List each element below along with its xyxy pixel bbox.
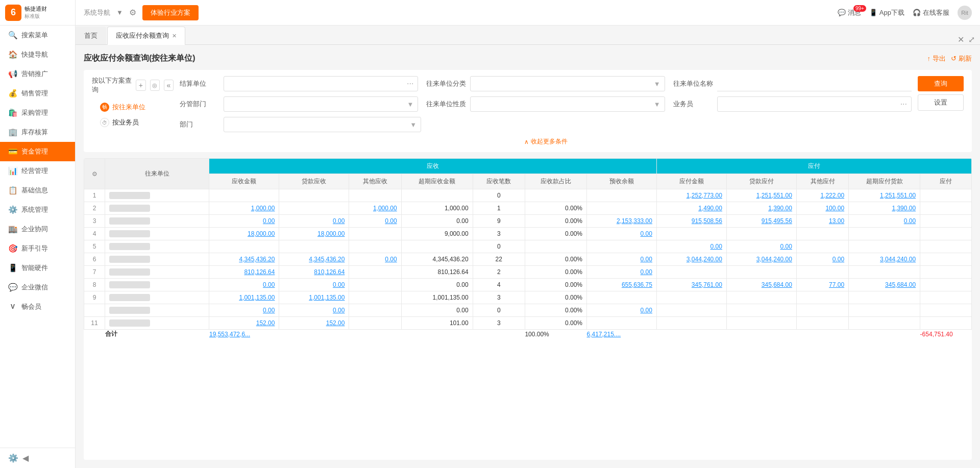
unit-name-input[interactable] [717, 76, 912, 91]
export-button[interactable]: ↑ 导出 [927, 54, 946, 63]
sidebar-item-sys-mgmt[interactable]: ⚙️ 系统管理 [0, 200, 75, 219]
messages-btn[interactable]: 💬 消息 99+ [838, 8, 861, 17]
sidebar-item-enterprise[interactable]: 🏬 企业协同 [0, 219, 75, 239]
table-cell[interactable]: 1,490.00 [656, 202, 726, 215]
table-cell[interactable]: 0.00 [849, 215, 920, 228]
online-service-btn[interactable]: 🎧 在线客服 [913, 8, 949, 17]
settlement-unit-input[interactable]: ··· [224, 76, 418, 91]
table-cell[interactable]: 0.00 [349, 215, 401, 228]
table-cell[interactable]: 1,001,135.00 [209, 291, 279, 304]
table-cell[interactable]: 1,251,551.00 [726, 189, 796, 202]
table-cell[interactable]: 0.00 [209, 304, 279, 317]
table-cell[interactable]: 0.00 [656, 240, 726, 253]
table-cell[interactable]: 152.00 [209, 317, 279, 330]
table-cell[interactable]: 100.00 [796, 202, 848, 215]
tab-close-icon[interactable]: ✕ [172, 33, 177, 39]
table-cell[interactable]: 4,345,436.20 [209, 253, 279, 266]
table-cell[interactable]: 3,044,240.00 [656, 253, 726, 266]
unit-nature-select[interactable]: ▼ [470, 96, 665, 112]
table-cell[interactable]: 0.00 [349, 253, 401, 266]
table-cell[interactable]: 4,345,436.20 [279, 253, 349, 266]
setting-button[interactable]: 设置 [918, 94, 964, 111]
filter-edit-btn[interactable]: ◎ [150, 80, 160, 91]
table-cell[interactable]: 0.00 [586, 266, 656, 279]
settlement-unit-dots[interactable]: ··· [407, 79, 413, 88]
table-cell[interactable]: 2,153,333.00 [586, 215, 656, 228]
table-cell[interactable]: 345,684.00 [726, 279, 796, 291]
table-cell[interactable]: 3,044,240.00 [726, 253, 796, 266]
collapse-icon[interactable]: ◀ [22, 453, 29, 463]
chevron-down-icon[interactable]: ▼ [116, 9, 123, 16]
salesperson-dots[interactable]: ··· [900, 100, 907, 109]
table-cell[interactable]: 655,636.75 [586, 279, 656, 291]
sidebar-item-smart-hw[interactable]: 📱 智能硬件 [0, 258, 75, 278]
table-cell[interactable]: 0.00 [586, 304, 656, 317]
home-icon: 🏠 [8, 50, 17, 59]
table-cell[interactable]: 0.00 [209, 279, 279, 291]
user-menu[interactable]: Rit [958, 6, 972, 20]
table-cell[interactable]: 18,000.00 [209, 228, 279, 240]
sidebar-item-purchase[interactable]: 🛍️ 采购管理 [0, 103, 75, 122]
sidebar-item-funds[interactable]: 💳 资金管理 [0, 142, 75, 161]
table-settings-icon[interactable]: ⚙ [88, 168, 101, 180]
sidebar-item-vip[interactable]: V 畅会员 [0, 297, 75, 316]
collapse-more-btn[interactable]: ∧ 收起更多条件 [180, 137, 912, 146]
table-cell[interactable]: 0.00 [279, 304, 349, 317]
tab-close-all-icon[interactable]: ✕ [958, 35, 964, 44]
sidebar-item-guide[interactable]: 🎯 新手引导 [0, 239, 75, 258]
col-settings[interactable]: ⚙ [84, 159, 105, 189]
table-cell[interactable]: 345,761.00 [656, 279, 726, 291]
table-cell[interactable]: 810,126.64 [279, 266, 349, 279]
table-cell[interactable]: 18,000.00 [279, 228, 349, 240]
gear-icon[interactable]: ⚙ [129, 8, 136, 17]
table-cell[interactable]: 1,222.00 [796, 189, 848, 202]
table-cell[interactable]: 1,001,135.00 [279, 291, 349, 304]
department-select[interactable]: ▼ [224, 117, 421, 132]
table-cell[interactable]: 1,251,551.00 [849, 189, 920, 202]
table-cell[interactable]: 1,390.00 [849, 202, 920, 215]
scheme-item-by-staff[interactable]: ⏱ 按业务员 [96, 116, 174, 129]
settings-bottom-icon[interactable]: ⚙️ [8, 453, 18, 463]
salesperson-select[interactable]: ··· [717, 96, 912, 112]
table-cell[interactable]: 0.00 [796, 253, 848, 266]
tab-home[interactable]: 首页 [76, 27, 106, 44]
table-cell[interactable]: 0.00 [586, 228, 656, 240]
table-cell[interactable]: 0.00 [209, 215, 279, 228]
table-cell[interactable]: 0.00 [586, 253, 656, 266]
sidebar-item-search-menu[interactable]: 🔍 搜索菜单 [0, 26, 75, 45]
page-actions: ↑ 导出 ↺ 刷新 [927, 54, 972, 63]
table-cell[interactable]: 3,044,240.00 [849, 253, 920, 266]
refresh-button[interactable]: ↺ 刷新 [951, 54, 972, 63]
filter-add-btn[interactable]: + [136, 80, 145, 91]
sidebar-item-marketing[interactable]: 📢 营销推广 [0, 64, 75, 84]
sidebar-item-operations[interactable]: 📊 经营管理 [0, 161, 75, 181]
table-cell[interactable]: 0.00 [279, 215, 349, 228]
query-button[interactable]: 查询 [918, 76, 964, 91]
table-cell[interactable]: 345,684.00 [849, 279, 920, 291]
table-cell[interactable]: 77.00 [796, 279, 848, 291]
trial-btn[interactable]: 体验行业方案 [142, 5, 199, 20]
app-download-btn[interactable]: 📱 App下载 [869, 8, 904, 17]
table-cell[interactable]: 1,252,773.00 [656, 189, 726, 202]
tab-ar-ap[interactable]: 应收应付余额查询 ✕ [107, 27, 185, 45]
table-cell[interactable]: 810,126.64 [209, 266, 279, 279]
table-cell[interactable]: 13.00 [796, 215, 848, 228]
table-cell[interactable]: 915,495.56 [726, 215, 796, 228]
table-cell[interactable]: 1,000.00 [209, 202, 279, 215]
sidebar-item-quick-nav[interactable]: 🏠 快捷导航 [0, 45, 75, 64]
unit-category-select[interactable]: ▼ [470, 76, 665, 91]
sidebar-item-base-info[interactable]: 📋 基础信息 [0, 181, 75, 200]
tab-expand-icon[interactable]: ⤢ [968, 35, 975, 44]
scheme-item-by-unit[interactable]: 畅 按往来单位 [96, 101, 174, 114]
table-cell[interactable]: 0.00 [279, 279, 349, 291]
supervise-dept-select[interactable]: ▼ [224, 96, 418, 112]
table-cell[interactable]: 0.00 [726, 240, 796, 253]
filter-collapse-btn[interactable]: « [164, 80, 174, 91]
table-cell[interactable]: 152.00 [279, 317, 349, 330]
sidebar-item-sales[interactable]: 💰 销售管理 [0, 84, 75, 103]
table-cell[interactable]: 1,390.00 [726, 202, 796, 215]
table-cell[interactable]: 915,508.56 [656, 215, 726, 228]
sidebar-item-inventory[interactable]: 🏢 库存核算 [0, 122, 75, 142]
sidebar-item-weixin[interactable]: 💬 企业微信 [0, 278, 75, 297]
table-cell[interactable]: 1,000.00 [349, 202, 401, 215]
